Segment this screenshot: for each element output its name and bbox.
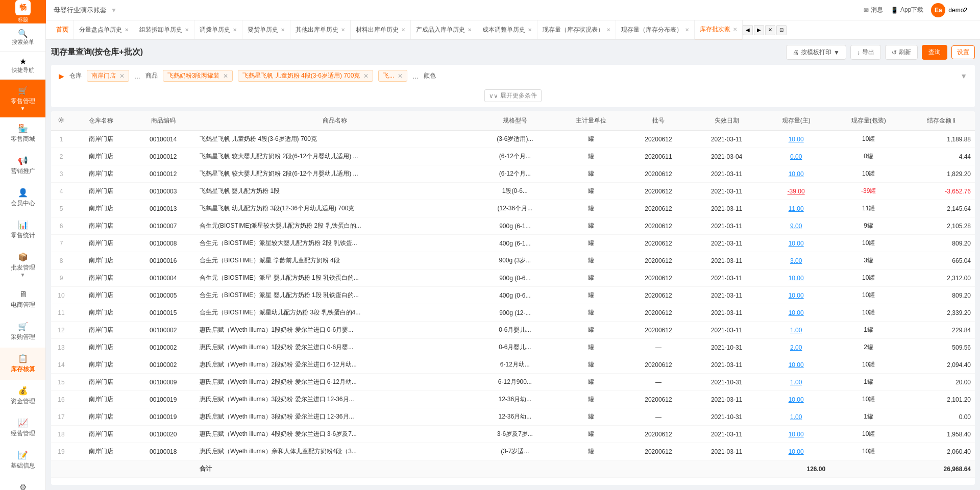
tab-yao-huo-close[interactable]: ✕ bbox=[281, 27, 285, 33]
tab-qi-ta-close[interactable]: ✕ bbox=[341, 27, 345, 33]
tab-fen-pan[interactable]: 分量盘点单历史 ✕ bbox=[74, 20, 134, 40]
nav-more[interactable]: ⊡ bbox=[776, 25, 787, 35]
tab-chan-cheng-close[interactable]: ✕ bbox=[468, 27, 472, 33]
row-qty-main[interactable]: 11.00 bbox=[763, 200, 829, 217]
tab-cheng-ben-close[interactable]: ✕ bbox=[528, 27, 532, 33]
sidebar-item-ecommerce[interactable]: 🖥 电商管理 bbox=[0, 284, 45, 315]
sidebar-item-system[interactable]: ⚙ 系统管理 bbox=[0, 476, 45, 490]
tab-home[interactable]: 首页 bbox=[51, 20, 74, 40]
tab-diao-bo-close[interactable]: ✕ bbox=[233, 27, 237, 33]
nav-left-arrow[interactable]: ◀ bbox=[743, 25, 753, 35]
sidebar-item-finance[interactable]: 💰 资金管理 bbox=[0, 380, 45, 412]
row-qty-main[interactable]: 1.00 bbox=[763, 374, 829, 391]
tab-ku-cun[interactable]: 库存批次账 ✕ bbox=[695, 20, 743, 40]
row-code: 00100008 bbox=[131, 235, 195, 252]
col-amount: 结存金额 ℹ bbox=[908, 111, 975, 131]
row-warehouse: 南岸门店 bbox=[71, 391, 131, 408]
sidebar-shortcut-section[interactable]: ★ 快捷导航 bbox=[0, 52, 45, 80]
tab-chan-cheng[interactable]: 产成品入库单历史 ✕ bbox=[411, 20, 477, 40]
product-tag-1-remove[interactable]: ✕ bbox=[223, 72, 228, 80]
warehouse-more[interactable]: ... bbox=[134, 72, 140, 80]
product-more[interactable]: ... bbox=[412, 72, 419, 80]
row-qty-main[interactable]: 9.00 bbox=[763, 217, 829, 235]
row-qty-main[interactable]: 2.00 bbox=[763, 339, 829, 356]
row-qty-main[interactable]: 10.00 bbox=[763, 304, 829, 322]
row-no: 4 bbox=[51, 183, 71, 200]
expand-conditions-label: 展开更多条件 bbox=[500, 91, 537, 100]
row-spec: 400g (0-6... bbox=[474, 287, 555, 304]
tab-xian-cun-2-close[interactable]: ✕ bbox=[685, 27, 689, 33]
row-qty-main[interactable]: 10.00 bbox=[763, 131, 829, 148]
tab-diao-bo[interactable]: 调拨单历史 ✕ bbox=[194, 20, 242, 40]
export-button[interactable]: ↓ 导出 bbox=[850, 45, 881, 60]
warehouse-tag-remove[interactable]: ✕ bbox=[119, 72, 125, 80]
row-warehouse: 南岸门店 bbox=[71, 443, 131, 460]
color-dropdown-icon[interactable]: ▼ bbox=[960, 72, 967, 80]
sidebar-item-retail-shop[interactable]: 🏪 零售商城 bbox=[0, 117, 45, 150]
tab-cai-liao[interactable]: 材料出库单历史 ✕ bbox=[351, 20, 411, 40]
tab-zu-zhuang-close[interactable]: ✕ bbox=[185, 27, 189, 33]
row-no: 1 bbox=[51, 131, 71, 148]
product-tag-2-remove[interactable]: ✕ bbox=[363, 72, 369, 80]
row-spec: 6-12月幼... bbox=[474, 356, 555, 374]
tab-diao-bo-label: 调拨单历史 bbox=[200, 26, 230, 34]
tab-xian-cun-1-close[interactable]: ✕ bbox=[606, 27, 610, 33]
row-qty-main[interactable]: 10.00 bbox=[763, 391, 829, 408]
refresh-button[interactable]: ↺ 刷新 bbox=[885, 45, 918, 60]
warehouse-tag[interactable]: 南岸门店 ✕ bbox=[87, 70, 129, 82]
row-name: 飞鹤星飞帆 较大婴儿配方奶粉 2段(6-12个月婴幼儿适用) ... bbox=[195, 148, 474, 165]
col-settings[interactable] bbox=[51, 111, 71, 131]
settings-button[interactable]: 设置 bbox=[951, 45, 975, 59]
app-selector-area[interactable]: 母婴行业演示账套 ▼ bbox=[54, 6, 864, 15]
filter-expand-arrow[interactable]: ▶ bbox=[59, 72, 64, 80]
nav-close-all[interactable]: ✕ bbox=[765, 25, 775, 35]
sidebar-item-retail[interactable]: 🛒 零售管理 ▼ bbox=[0, 80, 45, 117]
product-tag-2[interactable]: 飞鹤星飞帆 儿童奶粉 4段(3-6岁适用) 700克 ✕ bbox=[238, 70, 373, 82]
row-qty-main[interactable]: 10.00 bbox=[763, 443, 829, 460]
row-qty-main[interactable]: -39.00 bbox=[763, 183, 829, 200]
query-button[interactable]: 查询 bbox=[922, 45, 947, 60]
sidebar-item-basic-info[interactable]: 📝 基础信息 bbox=[0, 444, 45, 476]
nav-right-arrow[interactable]: ▶ bbox=[754, 25, 764, 35]
sidebar-search-section[interactable]: 🔍 搜索菜单 bbox=[0, 23, 45, 52]
row-qty-main[interactable]: 0.00 bbox=[763, 148, 829, 165]
tab-ku-cun-close[interactable]: ✕ bbox=[733, 27, 737, 32]
product-tag-3-remove[interactable]: ✕ bbox=[398, 72, 403, 80]
product-tag-3[interactable]: 飞... ✕ bbox=[378, 70, 407, 82]
row-qty-main[interactable]: 1.00 bbox=[763, 408, 829, 426]
sidebar-item-retail-stats[interactable]: 📊 零售统计 bbox=[0, 214, 45, 246]
row-qty-main[interactable]: 1.00 bbox=[763, 322, 829, 339]
tab-xian-cun-2[interactable]: 现存量（库存分布表） ✕ bbox=[616, 20, 695, 40]
tab-zu-zhuang[interactable]: 组装拆卸单历史 ✕ bbox=[134, 20, 194, 40]
tab-xian-cun-1[interactable]: 现存量（库存状况表） ✕ bbox=[537, 20, 616, 40]
sidebar-item-marketing[interactable]: 📢 营销推广 bbox=[0, 150, 45, 182]
tab-cheng-ben[interactable]: 成本调整单历史 ✕ bbox=[477, 20, 537, 40]
messages-button[interactable]: ✉ 消息 bbox=[864, 6, 883, 14]
row-expire: 2021-03-11 bbox=[691, 443, 763, 460]
row-qty-main[interactable]: 10.00 bbox=[763, 426, 829, 443]
tab-qi-ta[interactable]: 其他出库单历史 ✕ bbox=[290, 20, 351, 40]
sidebar-item-operations[interactable]: 📈 经营管理 bbox=[0, 412, 45, 444]
sidebar-item-member[interactable]: 👤 会员中心 bbox=[0, 182, 45, 214]
row-qty-main[interactable]: 10.00 bbox=[763, 165, 829, 183]
sidebar-item-wholesale[interactable]: 📦 批发管理 ▼ bbox=[0, 246, 45, 284]
row-expire: 2021-03-11 bbox=[691, 391, 763, 408]
row-qty-main[interactable]: 10.00 bbox=[763, 270, 829, 287]
user-area[interactable]: Ea demo2 bbox=[931, 3, 967, 17]
sidebar-item-purchase[interactable]: 🛒 采购管理 bbox=[0, 315, 45, 348]
sidebar-item-inventory[interactable]: 📋 库存核算 bbox=[0, 348, 45, 380]
row-qty-main[interactable]: 10.00 bbox=[763, 287, 829, 304]
template-print-button[interactable]: 🖨 按模板打印 ▼ bbox=[786, 45, 846, 60]
row-qty-main[interactable]: 10.00 bbox=[763, 235, 829, 252]
sidebar-item-ecommerce-label: 电商管理 bbox=[11, 301, 35, 309]
row-qty-main[interactable]: 3.00 bbox=[763, 252, 829, 270]
tab-yao-huo[interactable]: 要货单历史 ✕ bbox=[242, 20, 290, 40]
tab-fen-pan-close[interactable]: ✕ bbox=[125, 27, 129, 33]
tab-cai-liao-close[interactable]: ✕ bbox=[401, 27, 405, 33]
sidebar-shortcut-label: 快捷导航 bbox=[0, 66, 45, 74]
app-download-button[interactable]: 📱 App下载 bbox=[891, 6, 923, 14]
row-qty-main[interactable]: 10.00 bbox=[763, 356, 829, 374]
sidebar-item-member-label: 会员中心 bbox=[11, 199, 35, 208]
product-tag-1[interactable]: 飞鹤奶粉3段两罐装 ✕ bbox=[163, 70, 233, 82]
expand-conditions-button[interactable]: ∨∨ 展开更多条件 bbox=[484, 89, 542, 102]
